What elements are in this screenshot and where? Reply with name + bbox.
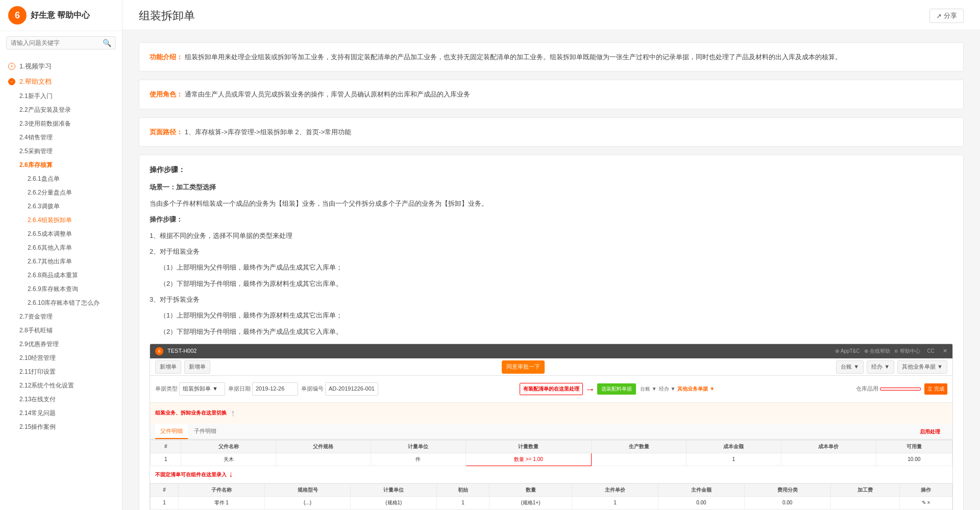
td-parent-name: 关木	[181, 453, 276, 466]
sidebar-item-assembly[interactable]: 2.6.4组装拆卸单	[0, 213, 122, 227]
td-unit: 件	[371, 453, 465, 466]
app-logo-icon: 6	[155, 347, 163, 355]
more-ops-label: 其他业务单据 ▼	[677, 384, 715, 394]
app-titlebar: 6 TEST-H002 ⊕ AppT&C ⊕ 在线帮助 ⊕ 帮助中心 CC ✕	[150, 344, 952, 358]
sidebar-item-purchase[interactable]: 2.5采购管理	[0, 144, 122, 158]
sidebar-item-transfer[interactable]: 2.6.3调拨单	[0, 200, 122, 213]
sidebar-item-ledger-query[interactable]: 2.6.9库存账本查询	[0, 282, 122, 296]
sidebar-item-mobile[interactable]: 2.8手机旺铺	[0, 324, 122, 337]
form-date-value[interactable]: 2019-12-26	[252, 382, 298, 396]
sidebar-item-video[interactable]: + 1.视频学习	[0, 59, 122, 74]
sidebar-item-faq[interactable]: 2.14常见问题	[0, 406, 122, 420]
content-area: 功能介绍： 组装拆卸单用来处理企业组装或拆卸等加工业务，支持有固定装配清单的产品…	[122, 30, 980, 510]
ctd-amount: 0.00	[658, 497, 745, 509]
table-row: 1 关木 件 数量 >= 1.00 1 10.00	[151, 453, 952, 466]
sidebar-item-install[interactable]: 2.2产品安装及登录	[0, 103, 122, 117]
form-date-field: 单据日期 2019-12-26	[228, 382, 298, 396]
sidebar-item-inventory[interactable]: 2.6库存核算	[0, 158, 122, 172]
new-btn[interactable]: 新增单	[155, 360, 181, 374]
steps-sub-title: 操作步骤：	[150, 213, 953, 225]
search-icon[interactable]: 🔍	[103, 39, 111, 47]
sidebar-item-other-in[interactable]: 2.6.6其他入库单	[0, 241, 122, 255]
sub-entry-label: 不固定清单可在组件在这里录入	[155, 470, 227, 479]
form-extra-field: 仓库品用 立 完成	[856, 383, 947, 395]
td-avail: 10.00	[876, 453, 952, 466]
sidebar-item-coupon[interactable]: 2.9优惠券管理	[0, 337, 122, 351]
cth-proc-fee: 加工费	[830, 484, 900, 497]
sidebar-item-stocktake[interactable]: 2.6.1盘点单	[0, 172, 122, 186]
parent-table: # 父件名称 父件规格 计量单位 计量数量 生产数量 成本金额 成本单价 可用量	[150, 440, 952, 466]
share-icon: ↗	[936, 12, 942, 20]
list-btn[interactable]: 新增单	[184, 360, 210, 374]
sidebar-item-cases[interactable]: 2.15操作案例	[0, 420, 122, 434]
path-text: 1、库存核算->库存管理->组装拆卸单 2、首页->常用功能	[185, 128, 352, 136]
nav-label: 2.帮助文档	[19, 77, 52, 86]
sidebar-item-ops[interactable]: 2.10经营管理	[0, 351, 122, 365]
sidebar-item-finance[interactable]: 2.7资金管理	[0, 310, 122, 324]
sidebar-item-cost-recalc[interactable]: 2.6.8商品成本重算	[0, 269, 122, 282]
tabs-label: 台账 ▼	[640, 384, 657, 394]
sidebar-item-sales[interactable]: 2.4销售管理	[0, 131, 122, 144]
search-input[interactable]	[11, 39, 103, 46]
usage-annotation: 启用处理	[223, 424, 947, 440]
step2: 2、对于组装业务	[150, 246, 953, 257]
ctd-qty: (规格1+)	[489, 497, 572, 509]
search-box[interactable]: 🔍	[6, 36, 116, 50]
print-btn[interactable]: 台账 ▼	[836, 360, 864, 374]
role-section: 使用角色： 通常由生产人员或库管人员完成拆装业务的操作，库管人员确认原材料的出库…	[139, 80, 964, 109]
ctd-pfee	[830, 497, 900, 509]
child-table-container: # 子件名称 规格型号 计量单位 初始 数量 主件单价 主件金额 费用分类	[150, 483, 952, 510]
ctd-init: 1	[437, 497, 489, 509]
logo-icon: 6	[8, 6, 27, 25]
close-icon[interactable]: ✕	[943, 346, 947, 356]
sidebar-item-print[interactable]: 2.11打印设置	[0, 365, 122, 379]
cth-child-name: 子件名称	[178, 484, 264, 497]
sidebar-item-other-out[interactable]: 2.6.7其他出库单	[0, 255, 122, 269]
sidebar-item-data-prep[interactable]: 2.3使用前数据准备	[0, 117, 122, 131]
sidebar-item-customize[interactable]: 2.12系统个性化设置	[0, 379, 122, 393]
step3-sub2: （2）下部明细为子件明细，最终作为产成品生成其它入库单。	[160, 326, 953, 337]
sidebar-item-newbie[interactable]: 2.1新手入门	[0, 89, 122, 103]
scene-desc: 当由多个子件材料组装成一个成品的业务为【组装】业务，当由一个父件拆分成多个子产品…	[150, 198, 953, 209]
cth-unit: 计量单位	[351, 484, 437, 497]
child-table: # 子件名称 规格型号 计量单位 初始 数量 主件单价 主件金额 费用分类	[150, 483, 952, 510]
ctd-act[interactable]: ✎ ×	[900, 497, 952, 509]
sidebar-item-docs[interactable]: − 2.帮助文档	[0, 74, 122, 89]
sidebar-item-ledger-fix[interactable]: 2.6.10库存账本错了怎么办	[0, 296, 122, 310]
confirm-btn[interactable]: 同意审批一下	[502, 360, 545, 374]
sidebar-item-payment[interactable]: 2.13在线支付	[0, 393, 122, 406]
export-btn[interactable]: 经办 ▼	[867, 360, 894, 374]
form-extra-value[interactable]	[880, 387, 921, 391]
tabs-container: 父件明细 子件明细 启用处理	[150, 424, 952, 441]
form-number-field: 单据编号 AD-20191226-001	[301, 382, 378, 396]
parent-table-container: # 父件名称 父件规格 计量单位 计量数量 生产数量 成本金额 成本单价 可用量	[150, 440, 952, 466]
step3: 3、对于拆装业务	[150, 294, 953, 305]
screenshot-inner: 6 TEST-H002 ⊕ AppT&C ⊕ 在线帮助 ⊕ 帮助中心 CC ✕ …	[150, 344, 952, 510]
nav-tree: + 1.视频学习 − 2.帮助文档 2.1新手入门 2.2产品安装及登录 2.3…	[0, 55, 122, 510]
form-area: 单据类型 组装拆卸单 ▼ 单据日期 2019-12-26 单据编号 AD-201…	[150, 376, 952, 403]
step3-sub1: （1）上部明细为父件明细，最终作为原材料生成其它出库单；	[160, 309, 953, 321]
select-bom-btn[interactable]: 选装配料单据	[597, 383, 636, 395]
role-text: 通常由生产人员或库管人员完成拆装业务的操作，库管人员确认原材料的出库和产成品的入…	[185, 90, 470, 98]
step2-sub2: （2）下部明细为子件明细，最终作为原材料生成其它出库单。	[160, 278, 953, 289]
cth-unit-price: 主件单价	[572, 484, 658, 497]
cth-spec: 规格型号	[264, 484, 351, 497]
share-button[interactable]: ↗ 分享	[929, 9, 964, 23]
arrow-right: →	[585, 380, 595, 398]
step2-sub1: （1）上部明细为父件明细，最终作为产成品生成其它入库单；	[160, 261, 953, 273]
th-parent-name: 父件名称	[181, 441, 276, 453]
sidebar-item-cost-adjust[interactable]: 2.6.5成本调整单	[0, 227, 122, 241]
form-number-value[interactable]: AD-20191226-001	[325, 382, 378, 396]
td-qty-count[interactable]: 数量 >= 1.00	[465, 453, 592, 466]
tab-child[interactable]: 子件明细	[189, 424, 222, 440]
ops-title: 操作步骤：	[150, 163, 953, 176]
tab-parent[interactable]: 父件明细	[155, 424, 188, 440]
action-btn[interactable]: 立 完成	[924, 383, 947, 395]
path-section: 页面路径： 1、库存核算->库存管理->组装拆卸单 2、首页->常用功能	[139, 117, 964, 147]
step1: 1、根据不同的业务，选择不同单据的类型来处理	[150, 230, 953, 241]
form-type-value[interactable]: 组装拆卸单 ▼	[179, 382, 225, 396]
sidebar-item-partial-count[interactable]: 2.6.2分量盘点单	[0, 186, 122, 200]
ctd-feetype: 0.00	[744, 497, 830, 509]
delete-btn[interactable]: 其他业务单据 ▼	[897, 360, 947, 374]
ctd-spec: (...)	[264, 497, 351, 509]
